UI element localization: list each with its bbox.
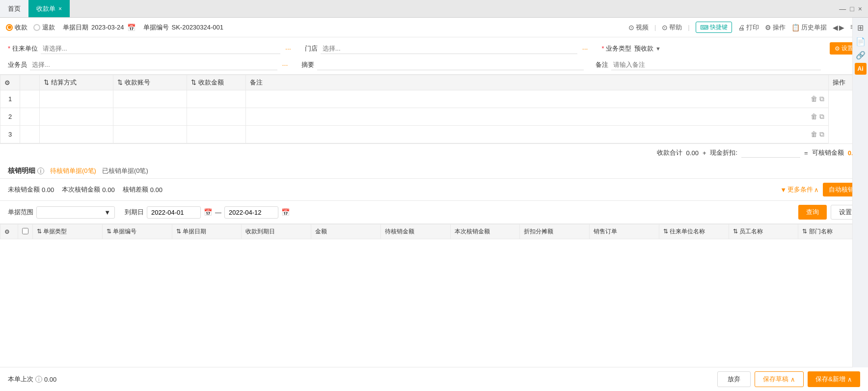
tab-active[interactable]: 收款单 ×	[28, 0, 70, 17]
row1-copy-btn[interactable]: ⧉	[819, 95, 824, 103]
range-field: 单据范围 ▼	[8, 206, 115, 219]
total-label: 收款合计	[657, 148, 682, 157]
sort-icon-date: ⇅	[176, 228, 181, 235]
history-btn[interactable]: 📋 历史单据	[791, 23, 827, 32]
table-row: 2 🗑 ⧉	[0, 108, 868, 126]
counterpart-input[interactable]	[41, 43, 280, 54]
close-btn[interactable]: ×	[858, 5, 862, 13]
table-num-th	[20, 75, 40, 90]
counterpart-more-btn[interactable]: ···	[283, 45, 293, 53]
pending-tab[interactable]: 待核销单据(0笔)	[50, 167, 96, 175]
query-btn[interactable]: 查询	[798, 205, 827, 220]
row3-remark[interactable]	[187, 126, 246, 143]
sub-th-checkbox[interactable]	[18, 224, 33, 239]
select-all-checkbox[interactable]	[22, 228, 28, 234]
remark-input[interactable]	[611, 59, 821, 70]
tab-home[interactable]: 首页	[0, 0, 28, 17]
number-field: 单据编号 SK-20230324-001	[143, 23, 224, 32]
row1-remark[interactable]	[187, 90, 246, 108]
equals-sign: =	[804, 149, 808, 157]
nav-next[interactable]: ▶	[839, 24, 844, 31]
sub-th-settings[interactable]: ⚙	[0, 224, 18, 239]
shortcut-btn[interactable]: ⌨ 快捷键	[696, 22, 732, 33]
save-new-label: 保存&新增	[815, 375, 845, 384]
row3-settle[interactable]	[20, 126, 40, 143]
help-btn[interactable]: ⊙ 帮助	[662, 23, 682, 32]
sub-th-doc-num[interactable]: ⇅ 单据编号	[102, 224, 172, 239]
sidebar-link-icon[interactable]: 🔗	[855, 49, 867, 61]
radio-receive[interactable]: 收款	[6, 23, 27, 32]
row3-copy-btn[interactable]: ⧉	[819, 130, 824, 139]
tab-active-label: 收款单	[36, 4, 55, 13]
table-account-th[interactable]: ⇅ 收款账号	[113, 75, 187, 90]
row1-delete-btn[interactable]: 🗑	[811, 95, 817, 103]
date-from-input[interactable]	[147, 206, 201, 219]
row2-copy-btn[interactable]: ⧉	[819, 112, 824, 121]
row2-account[interactable]	[40, 108, 113, 126]
more-conditions-btn[interactable]: ▼ 更多条件 ∧	[780, 185, 819, 194]
sub-th-counterpart[interactable]: ⇅ 往来单位名称	[659, 224, 729, 239]
video-btn[interactable]: ⊙ 视频	[628, 23, 649, 32]
range-select[interactable]: ▼	[36, 206, 115, 219]
sidebar-doc-icon[interactable]: 📄	[855, 35, 867, 47]
bottom-info-icon[interactable]: i	[35, 376, 42, 383]
row3-delete-btn[interactable]: 🗑	[811, 130, 817, 139]
tab-close-icon[interactable]: ×	[58, 5, 62, 12]
sidebar-ai-icon[interactable]: Ai	[855, 63, 867, 75]
toolbar-right: ⊙ 视频 | ⊙ 帮助 | ⌨ 快捷键 🖨 打印 ⚙ 操作 📋	[628, 22, 862, 33]
table-settle-th[interactable]: ⇅ 结算方式	[40, 75, 113, 90]
bottom-right: 放弃 保存草稿 ∧ 保存&新增 ∧	[717, 371, 860, 387]
radio-refund[interactable]: 退款	[33, 23, 55, 32]
date-range: 📅 — 📅	[147, 206, 290, 219]
date-to-input[interactable]	[224, 206, 278, 219]
diff-value: 0.00	[150, 186, 163, 194]
row1-num: 1	[0, 90, 20, 108]
cal-to-icon[interactable]: 📅	[281, 208, 290, 216]
number-value[interactable]: SK-20230324-001	[172, 24, 224, 31]
row3-num: 3	[0, 126, 20, 143]
uncancelled-value: 0.00	[42, 186, 54, 194]
abandon-btn[interactable]: 放弃	[717, 371, 751, 387]
main-content: 收款 退款 单据日期 2023-03-24 📅 单据编号 SK-20230324…	[0, 18, 868, 391]
row1-account[interactable]	[40, 90, 113, 108]
row3-amount[interactable]	[113, 126, 187, 143]
sidebar-table-icon[interactable]: ⊞	[855, 22, 867, 33]
cal-from-icon[interactable]: 📅	[204, 208, 212, 216]
row2-settle[interactable]	[20, 108, 40, 126]
business-type-select[interactable]: 预收款 ▼	[634, 44, 661, 53]
store-more-btn[interactable]: ···	[580, 45, 590, 53]
gear-icon: ⚙	[835, 45, 840, 52]
staff-label: 业务员	[8, 60, 27, 69]
summary-input[interactable]	[317, 59, 583, 70]
uncancelled-label: 未核销金额	[8, 185, 40, 194]
bottom-info: 本单上次 i 0.00	[8, 375, 56, 384]
row2-amount[interactable]	[113, 108, 187, 126]
row2-delete-btn[interactable]: 🗑	[811, 112, 817, 121]
sub-th-staff[interactable]: ⇅ 员工名称	[729, 224, 798, 239]
table-amount-th[interactable]: ⇅ 收款金额	[187, 75, 246, 90]
row2-remark[interactable]	[187, 108, 246, 126]
done-tab[interactable]: 已核销单据(0笔)	[102, 167, 148, 175]
minimize-btn[interactable]: —	[839, 5, 846, 13]
date-value[interactable]: 2023-03-24	[91, 24, 124, 31]
row1-settle[interactable]	[20, 90, 40, 108]
discount-input[interactable]	[741, 148, 800, 158]
verify-info-icon[interactable]: i	[37, 168, 44, 174]
sub-th-doc-date[interactable]: ⇅ 单据日期	[172, 224, 242, 239]
row3-account[interactable]	[40, 126, 113, 143]
table-settings-th[interactable]: ⚙	[0, 75, 20, 90]
print-btn[interactable]: 🖨 打印	[738, 23, 759, 32]
row1-amount[interactable]	[113, 90, 187, 108]
maximize-btn[interactable]: □	[850, 5, 854, 13]
nav-prev[interactable]: ◀	[833, 24, 838, 31]
store-label: 门店	[305, 44, 318, 53]
sub-th-doc-type[interactable]: ⇅ 单据类型	[33, 224, 103, 239]
save-new-btn[interactable]: 保存&新增 ∧	[808, 371, 860, 387]
store-input[interactable]	[321, 43, 577, 54]
summary-row: 收款合计 0.00 + 现金折扣: = 可核销金额 0.00	[0, 144, 868, 162]
calendar-icon[interactable]: 📅	[127, 24, 136, 31]
operation-btn[interactable]: ⚙ 操作	[765, 23, 786, 32]
staff-input[interactable]	[30, 59, 277, 70]
staff-more-btn[interactable]: ···	[280, 61, 290, 69]
save-draft-btn[interactable]: 保存草稿 ∧	[755, 371, 804, 387]
